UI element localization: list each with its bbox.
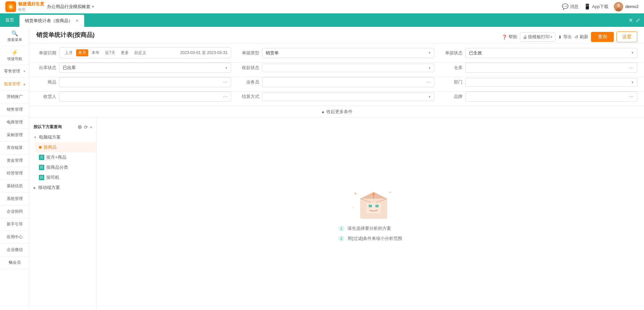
quicknav-icon: ⚡ — [1, 49, 28, 56]
doctype-chevron-icon: ▾ — [429, 51, 431, 55]
sidebar-item-marketing[interactable]: 营销推广 — [0, 91, 29, 103]
sidebar-item-system[interactable]: 系统管理 — [0, 193, 29, 205]
close-window-icon[interactable]: ✕ — [629, 17, 633, 23]
user-area[interactable]: demo2 — [614, 2, 639, 11]
app-download-button[interactable]: 📱 App下载 — [584, 3, 608, 10]
sidebar-item-member[interactable]: 畅会员 — [0, 256, 29, 269]
svg-rect-11 — [375, 205, 379, 207]
tree-item-by-driver[interactable]: 回 按司机 — [35, 172, 96, 183]
tree-item-by-goods[interactable]: 按商品 — [35, 142, 96, 152]
print-chevron-icon: ▾ — [550, 35, 552, 39]
empty-hint-list: 1 请先选择要分析的方案 2 用[过滤]条件来缩小分析范围 — [338, 224, 402, 243]
settle-chevron-icon: ▾ — [429, 95, 431, 99]
filter-row-1: 单据日期 上月 本月 本年 近7天 更多 自定义 2023-03-01 至 20… — [30, 43, 644, 63]
sidebar-item-wholesale[interactable]: 批发管理 ▴ — [0, 78, 29, 91]
collapse-button[interactable]: ▲ 收起更多条件 — [321, 109, 353, 115]
sidebar-item-wechat[interactable]: 企业微信 — [0, 244, 29, 256]
brand-dots-icon[interactable]: ··· — [629, 94, 634, 100]
message-icon: 💬 — [562, 3, 569, 10]
empty-hint-2: 2 用[过滤]条件来缩小分析范围 — [338, 234, 402, 243]
logo-text: 畅捷通好生意 标搭 — [18, 1, 44, 12]
add-scheme-icon[interactable]: ⊕ — [77, 124, 82, 130]
date-input[interactable]: 上月 本月 本年 近7天 更多 自定义 2023-03-01 至 2023-03… — [59, 47, 231, 58]
app-name-dropdown[interactable]: 办公用品行业模拟账套 ▾ — [47, 4, 94, 10]
collectstatus-chevron-icon: ▾ — [429, 66, 431, 70]
receiver-label: 收货人 — [36, 94, 56, 100]
doctype-select[interactable]: 销货单 ▾ — [262, 48, 434, 58]
left-panel-actions: ⊕ ⟳ « — [77, 124, 92, 130]
tab-home[interactable]: 首页 — [0, 13, 19, 27]
outstatus-chevron-icon: ▾ — [225, 66, 227, 70]
mobile-expand-icon: ▶ — [34, 186, 36, 190]
refresh-scheme-icon[interactable]: ⟳ — [84, 124, 88, 130]
maximize-icon[interactable]: ⤢ — [636, 17, 640, 23]
query-button[interactable]: 查询 — [591, 32, 614, 42]
settle-select[interactable]: ▾ — [262, 93, 434, 101]
sales-input[interactable]: ··· — [262, 77, 434, 87]
month-goods-icon: 月 — [39, 155, 44, 160]
sidebar-item-basic[interactable]: 基础信息 — [0, 180, 29, 193]
tree-item-by-goods-category[interactable]: 回 按商品分类 — [35, 162, 96, 172]
tree-parent-pc[interactable]: ▼ 电脑端方案 — [30, 132, 96, 142]
tree-parent-mobile[interactable]: ▶ 移动端方案 — [30, 183, 96, 193]
download-icon: 📱 — [584, 3, 591, 10]
sidebar-item-enterprise[interactable]: 企业协同 — [0, 205, 29, 218]
sidebar-item-search-menu[interactable]: 🔍 搜索菜单 — [0, 27, 29, 46]
left-panel-header: 按以下方案查询 ⊕ ⟳ « — [30, 122, 96, 132]
docstatus-chevron-icon: ▾ — [632, 51, 634, 55]
svg-rect-10 — [369, 205, 372, 207]
print-button[interactable]: 🖨 按模板打印 ▾ — [520, 32, 555, 42]
sidebar-item-finance[interactable]: 资金管理 — [0, 154, 29, 167]
filter-date-item: 单据日期 上月 本月 本年 近7天 更多 自定义 2023-03-01 至 20… — [36, 47, 231, 58]
export-button[interactable]: ⬇ 导出 — [558, 34, 572, 40]
date-tab-7days[interactable]: 近7天 — [103, 49, 117, 56]
filter-outstatus-item: 出库状态 已出库 ▾ — [36, 63, 231, 73]
sidebar-item-operations[interactable]: 经营管理 — [0, 167, 29, 180]
filter-dept-item: 部门 ▾ — [442, 77, 637, 87]
date-tab-year[interactable]: 本年 — [90, 49, 102, 56]
date-tab-custom[interactable]: 自定义 — [132, 49, 148, 56]
svg-text:✦: ✦ — [389, 191, 391, 194]
brand-input[interactable]: ··· — [465, 92, 637, 102]
tab-close-icon[interactable]: ✕ — [75, 18, 79, 23]
goods-label: 商品 — [36, 79, 56, 85]
sales-dots-icon[interactable]: ··· — [426, 79, 430, 85]
date-tab-prev-month[interactable]: 上月 — [63, 49, 75, 56]
message-button[interactable]: 💬 消息 — [562, 3, 579, 10]
sidebar-item-ecommerce[interactable]: 电商管理 — [0, 116, 29, 129]
goods-dots-icon[interactable]: ··· — [223, 79, 227, 85]
empty-state: ✦ ✦ ✦ 1 请先选择要分析的方案 2 用[过滤]条件来缩小分析范围 — [338, 185, 402, 243]
date-tabs: 上月 本月 本年 近7天 更多 自定义 — [63, 49, 148, 56]
receiver-dots-icon[interactable]: ··· — [223, 94, 227, 100]
warehouse-input[interactable]: ··· — [465, 63, 637, 73]
receiver-input[interactable]: ··· — [59, 92, 231, 102]
help-button[interactable]: ❓ 帮助 — [502, 34, 517, 40]
date-tab-more[interactable]: 更多 — [119, 49, 131, 56]
date-label: 单据日期 — [36, 50, 56, 56]
sidebar-item-appcenter[interactable]: 应用中心 — [0, 231, 29, 244]
tab-sales-stats[interactable]: 销货单统计表（按商品） ✕ — [19, 15, 84, 27]
refresh-button[interactable]: ↺ 刷新 — [575, 34, 588, 40]
tree-item-by-month-goods[interactable]: 月 按月+商品 — [35, 152, 96, 162]
sidebar-item-inventory[interactable]: 库存核算 — [0, 142, 29, 154]
collectstatus-select[interactable]: ▾ — [262, 64, 434, 72]
collapse-up-icon: ▲ — [321, 109, 325, 114]
sidebar-item-newguide[interactable]: 新手引导 — [0, 218, 29, 231]
docstatus-select[interactable]: 已生效 ▾ — [465, 48, 637, 58]
filter-collectstatus-item: 收款状态 ▾ — [239, 63, 434, 73]
filter-docstatus-item: 单据状态 已生效 ▾ — [442, 47, 637, 58]
pc-expand-icon: ▼ — [34, 136, 37, 139]
sidebar-item-purchase[interactable]: 采购管理 — [0, 129, 29, 142]
sidebar-item-sales[interactable]: 销售管理 — [0, 103, 29, 116]
sidebar-item-quicknav[interactable]: ⚡ 快捷导航 — [0, 46, 29, 65]
date-tab-cur-month[interactable]: 本月 — [76, 49, 88, 56]
collapse-panel-icon[interactable]: « — [90, 124, 92, 130]
collapse-row: ▲ 收起更多条件 — [30, 106, 644, 118]
warehouse-dots-icon[interactable]: ··· — [629, 65, 634, 71]
driver-icon: 回 — [39, 175, 44, 180]
outstatus-select[interactable]: 已出库 ▾ — [59, 63, 231, 73]
sidebar-item-retail[interactable]: 零售管理 ▾ — [0, 65, 29, 78]
goods-input[interactable]: ··· — [59, 77, 231, 87]
dept-select[interactable]: ▾ — [465, 78, 637, 87]
settings-button[interactable]: 设置 — [616, 32, 637, 42]
